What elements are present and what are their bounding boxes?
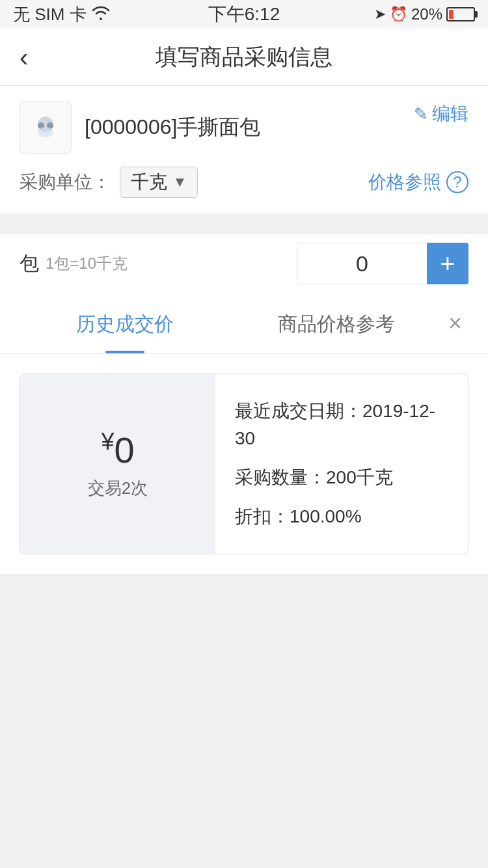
edit-button[interactable]: ✎ 编辑 — [414, 102, 468, 126]
status-bar: 无 SIM 卡 下午6:12 ➤ ⏰ 20% — [0, 0, 488, 29]
product-logo — [20, 102, 72, 154]
close-button[interactable]: × — [442, 303, 468, 344]
carrier-text: 无 SIM 卡 — [13, 3, 87, 26]
quantity-unit-label: 包 1包=10千克 — [20, 251, 128, 277]
product-name: [0000006]手撕面包 — [85, 113, 260, 142]
price-card: ¥0 交易2次 最近成交日期：2019-12-30 采购数量：200千克 折扣：… — [20, 373, 468, 554]
edit-icon: ✎ — [414, 104, 428, 124]
battery-percent: 20% — [411, 5, 442, 23]
main-content: [0000006]手撕面包 ✎ 编辑 采购单位： 千克 ▼ 价格参照 ? — [0, 86, 488, 868]
unit-label: 采购单位： — [20, 172, 111, 192]
location-icon: ➤ — [374, 6, 386, 23]
page-title: 填写商品采购信息 — [156, 42, 332, 72]
product-thumbnail — [29, 111, 62, 144]
product-section: [0000006]手撕面包 ✎ 编辑 采购单位： 千克 ▼ 价格参照 ? — [0, 86, 488, 213]
quantity-controls: 0 + — [297, 243, 468, 284]
battery-indicator — [446, 7, 475, 21]
quantity-section: 包 1包=10千克 0 + — [0, 234, 488, 293]
price-trade-count: 交易2次 — [88, 477, 148, 500]
quantity-increment-button[interactable]: + — [427, 243, 468, 284]
wifi-icon — [92, 5, 110, 25]
unit-selector-group: 采购单位： 千克 ▼ — [20, 167, 198, 198]
status-left: 无 SIM 卡 — [13, 3, 110, 26]
unit-select[interactable]: 千克 ▼ — [120, 167, 198, 198]
status-time: 下午6:12 — [208, 2, 280, 27]
nav-bar: ‹ 填写商品采购信息 — [0, 29, 488, 86]
product-left: [0000006]手撕面包 — [20, 102, 260, 154]
quantity-unit: 包 — [20, 251, 39, 277]
quantity-input[interactable]: 0 — [297, 243, 427, 284]
price-content: ¥0 交易2次 最近成交日期：2019-12-30 采购数量：200千克 折扣：… — [0, 354, 488, 574]
tab-product-price-ref[interactable]: 商品价格参考 — [230, 293, 441, 353]
price-currency: ¥ — [101, 428, 114, 455]
section-divider-1 — [0, 213, 488, 224]
price-card-right: 最近成交日期：2019-12-30 采购数量：200千克 折扣：100.00% — [215, 374, 468, 554]
status-right: ➤ ⏰ 20% — [374, 5, 475, 23]
purchase-qty-row: 采购数量：200千克 — [235, 464, 448, 491]
tabs-row: 历史成交价 商品价格参考 × — [0, 293, 488, 354]
price-ref-button[interactable]: 价格参照 ? — [368, 170, 468, 195]
price-amount: ¥0 — [101, 428, 134, 471]
svg-point-3 — [38, 127, 53, 137]
dropdown-arrow: ▼ — [172, 174, 187, 191]
product-unit-row: 采购单位： 千克 ▼ 价格参照 ? — [20, 167, 468, 198]
price-card-left: ¥0 交易2次 — [20, 374, 215, 554]
product-header: [0000006]手撕面包 ✎ 编辑 — [20, 102, 468, 154]
battery-fill — [449, 10, 454, 19]
back-button[interactable]: ‹ — [20, 44, 28, 70]
alarm-icon: ⏰ — [390, 6, 407, 23]
quantity-sub-label: 1包=10千克 — [46, 253, 128, 274]
price-ref-icon: ? — [446, 171, 468, 193]
price-tabs-section: 历史成交价 商品价格参考 × ¥0 交易2次 最近成交日期：2019-12-3 — [0, 293, 488, 574]
tab-history-price[interactable]: 历史成交价 — [20, 293, 230, 353]
tab-active-indicator — [105, 351, 144, 353]
discount-row: 折扣：100.00% — [235, 503, 448, 530]
recent-date-row: 最近成交日期：2019-12-30 — [235, 398, 448, 452]
